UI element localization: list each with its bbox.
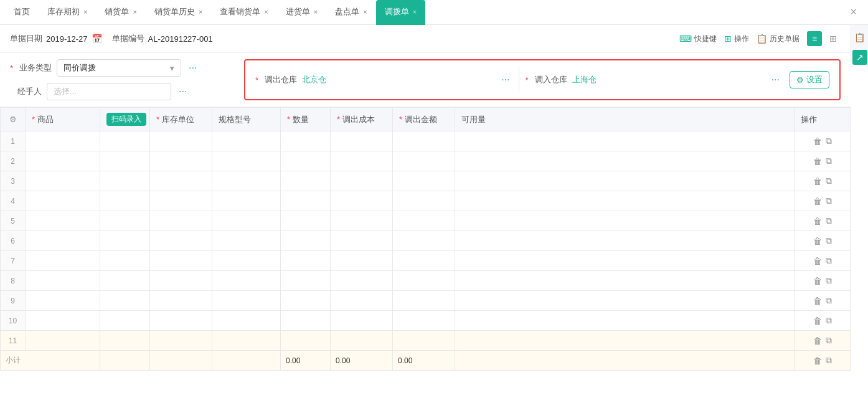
copy-icon-5[interactable]: ⧉ (826, 216, 832, 226)
list-view-btn[interactable]: ≡ (807, 31, 822, 46)
spec-cell-4[interactable] (212, 191, 281, 211)
unit-cell-10[interactable] (150, 311, 212, 331)
copy-icon-4[interactable]: ⧉ (826, 196, 832, 206)
unit-cell-7[interactable] (150, 251, 212, 271)
settings-button[interactable]: ⚙ 设置 (790, 71, 829, 88)
product-cell-2[interactable] (26, 151, 100, 171)
unit-cell-5[interactable] (150, 211, 212, 231)
copy-icon-8[interactable]: ⧉ (826, 275, 832, 286)
cost-cell-4[interactable] (331, 191, 393, 211)
subtotal-delete-icon[interactable]: 🗑 (813, 356, 822, 366)
delete-icon-5[interactable]: 🗑 (813, 216, 822, 226)
qty-cell-5[interactable] (281, 211, 331, 231)
product-cell-8[interactable] (26, 271, 100, 291)
tab-sales-order[interactable]: 销货单 × (96, 0, 145, 25)
product-cell-11[interactable] (26, 331, 100, 351)
spec-cell-3[interactable] (212, 171, 281, 191)
available-cell-8[interactable] (455, 271, 795, 291)
amount-cell-11[interactable] (393, 331, 455, 351)
spec-cell-7[interactable] (212, 251, 281, 271)
copy-icon-7[interactable]: ⧉ (826, 255, 832, 266)
amount-cell-5[interactable] (393, 211, 455, 231)
spec-cell-1[interactable] (212, 131, 281, 151)
available-cell-9[interactable] (455, 291, 795, 311)
available-cell-10[interactable] (455, 311, 795, 331)
tab-close-inventory-init[interactable]: × (83, 8, 87, 16)
amount-cell-3[interactable] (393, 171, 455, 191)
copy-icon-2[interactable]: ⧉ (826, 156, 832, 166)
spec-cell-8[interactable] (212, 271, 281, 291)
copy-icon-3[interactable]: ⧉ (826, 176, 832, 186)
product-cell-7[interactable] (26, 251, 100, 271)
unit-cell-6[interactable] (150, 231, 212, 251)
amount-cell-1[interactable] (393, 131, 455, 151)
spec-cell-6[interactable] (212, 231, 281, 251)
qty-cell-6[interactable] (281, 231, 331, 251)
cost-cell-7[interactable] (331, 251, 393, 271)
grid-view-btn[interactable]: ⊞ (826, 31, 841, 46)
transfer-out-more-btn[interactable]: ··· (499, 74, 512, 85)
tab-close-inventory-count[interactable]: × (363, 8, 367, 16)
delete-icon-7[interactable]: 🗑 (813, 256, 822, 266)
product-cell-5[interactable] (26, 211, 100, 231)
col-scan[interactable]: 扫码录入 (100, 108, 150, 131)
tab-close-sales-order[interactable]: × (133, 8, 136, 16)
amount-cell-4[interactable] (393, 191, 455, 211)
available-cell-3[interactable] (455, 171, 795, 191)
cost-cell-1[interactable] (331, 131, 393, 151)
amount-cell-2[interactable] (393, 151, 455, 171)
product-cell-9[interactable] (26, 291, 100, 311)
amount-cell-8[interactable] (393, 271, 455, 291)
tab-purchase-order[interactable]: 进货单 × (277, 0, 326, 25)
available-cell-11[interactable] (455, 331, 795, 351)
product-cell-10[interactable] (26, 311, 100, 331)
qty-cell-9[interactable] (281, 291, 331, 311)
cost-cell-9[interactable] (331, 291, 393, 311)
spec-cell-9[interactable] (212, 291, 281, 311)
transfer-in-more-btn[interactable]: ··· (769, 74, 782, 85)
delete-icon-3[interactable]: 🗑 (813, 176, 822, 186)
spec-cell-11[interactable] (212, 331, 281, 351)
tab-close-transfer-order[interactable]: × (413, 8, 417, 16)
unit-cell-2[interactable] (150, 151, 212, 171)
qty-cell-1[interactable] (281, 131, 331, 151)
col-gear[interactable]: ⚙ (1, 108, 26, 131)
unit-cell-8[interactable] (150, 271, 212, 291)
tab-transfer-order[interactable]: 调拨单 × (376, 0, 425, 25)
delete-icon-11[interactable]: 🗑 (813, 336, 822, 346)
tab-inventory-count[interactable]: 盘点单 × (326, 0, 375, 25)
available-cell-4[interactable] (455, 191, 795, 211)
product-cell-1[interactable] (26, 131, 100, 151)
qty-cell-11[interactable] (281, 331, 331, 351)
product-cell-6[interactable] (26, 231, 100, 251)
qty-cell-2[interactable] (281, 151, 331, 171)
amount-cell-9[interactable] (393, 291, 455, 311)
delete-icon-10[interactable]: 🗑 (813, 316, 822, 326)
delete-icon-6[interactable]: 🗑 (813, 236, 822, 246)
delete-icon-2[interactable]: 🗑 (813, 156, 822, 166)
cost-cell-2[interactable] (331, 151, 393, 171)
scan-entry-button[interactable]: 扫码录入 (106, 113, 146, 126)
delete-icon-9[interactable]: 🗑 (813, 296, 822, 306)
cost-cell-5[interactable] (331, 211, 393, 231)
tab-view-sales[interactable]: 查看销货单 × (211, 0, 276, 25)
sidebar-note-icon[interactable]: 📋 (852, 30, 867, 45)
unit-cell-1[interactable] (150, 131, 212, 151)
delete-icon-8[interactable]: 🗑 (813, 276, 822, 286)
cost-cell-3[interactable] (331, 171, 393, 191)
spec-cell-5[interactable] (212, 211, 281, 231)
spec-cell-2[interactable] (212, 151, 281, 171)
unit-cell-4[interactable] (150, 191, 212, 211)
copy-icon-6[interactable]: ⧉ (826, 236, 832, 246)
copy-icon-9[interactable]: ⧉ (826, 295, 832, 306)
cost-cell-6[interactable] (331, 231, 393, 251)
shortcut-btn[interactable]: ⌨ 快捷键 (679, 34, 717, 44)
qty-cell-8[interactable] (281, 271, 331, 291)
available-cell-1[interactable] (455, 131, 795, 151)
delete-icon-1[interactable]: 🗑 (813, 136, 822, 146)
subtotal-copy-icon[interactable]: ⧉ (826, 355, 832, 366)
cost-cell-10[interactable] (331, 311, 393, 331)
unit-cell-9[interactable] (150, 291, 212, 311)
product-cell-4[interactable] (26, 191, 100, 211)
tab-close-sales-history[interactable]: × (199, 8, 202, 16)
